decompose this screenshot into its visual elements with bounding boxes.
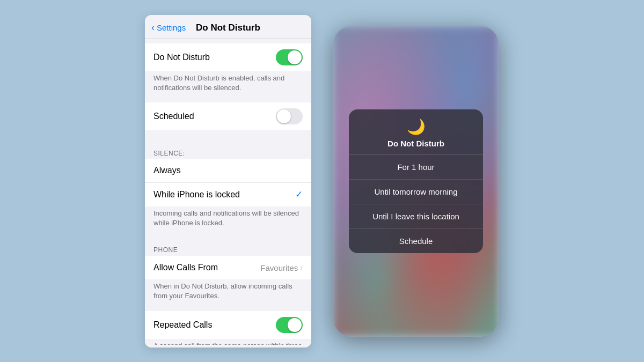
repeated-calls-label: Repeated Calls xyxy=(153,320,212,330)
nav-bar: ‹ Settings Do Not Disturb xyxy=(145,15,311,39)
spacer-2 xyxy=(145,98,311,102)
phone-header: PHONE xyxy=(145,238,311,256)
main-container: ‹ Settings Do Not Disturb Do Not Disturb… xyxy=(145,15,499,348)
allow-calls-value: Favourites xyxy=(260,263,298,272)
dnd-toggle-knob xyxy=(288,50,302,64)
phone-group: Allow Calls From Favourites › xyxy=(145,256,311,279)
iphone-container: 🌙 Do Not Disturb For 1 hour Until tomorr… xyxy=(333,26,499,337)
allow-calls-chevron: › xyxy=(300,263,303,272)
scheduled-group: Scheduled xyxy=(145,102,311,130)
spacer-3 xyxy=(145,130,311,141)
silence-description: Incoming calls and notifications will be… xyxy=(145,206,311,233)
dnd-label: Do Not Disturb xyxy=(153,53,210,62)
dnd-popup: 🌙 Do Not Disturb For 1 hour Until tomorr… xyxy=(349,109,483,253)
back-label: Settings xyxy=(157,23,186,32)
popup-item-1[interactable]: Until tomorrow morning xyxy=(349,180,483,204)
repeated-calls-knob xyxy=(288,318,302,332)
scheduled-toggle-row[interactable]: Scheduled xyxy=(145,102,311,130)
popup-item-0[interactable]: For 1 hour xyxy=(349,155,483,180)
silence-locked-label: While iPhone is locked xyxy=(153,190,240,200)
scheduled-toggle[interactable] xyxy=(276,108,303,124)
moon-icon: 🌙 xyxy=(407,118,426,136)
silence-always-label: Always xyxy=(153,166,181,175)
page-title: Do Not Disturb xyxy=(196,23,260,33)
silence-locked-check: ✓ xyxy=(295,189,303,200)
spacer-top xyxy=(145,39,311,43)
dnd-description: When Do Not Disturb is enabled, calls an… xyxy=(145,71,311,98)
spacer-4 xyxy=(145,233,311,238)
repeated-calls-toggle[interactable] xyxy=(276,317,303,333)
dnd-group: Do Not Disturb xyxy=(145,43,311,71)
silence-always-row[interactable]: Always xyxy=(145,159,311,183)
popup-item-3[interactable]: Schedule xyxy=(349,229,483,253)
repeated-calls-description: A second call from the same person withi… xyxy=(145,339,311,345)
popup-header: 🌙 Do Not Disturb xyxy=(349,109,483,155)
back-chevron-icon: ‹ xyxy=(151,22,155,33)
repeated-calls-group: Repeated Calls xyxy=(145,311,311,339)
dnd-toggle-row[interactable]: Do Not Disturb xyxy=(145,43,311,71)
dnd-toggle[interactable] xyxy=(276,49,303,65)
allow-calls-right: Favourites › xyxy=(260,263,303,272)
allow-calls-row[interactable]: Allow Calls From Favourites › xyxy=(145,256,311,279)
spacer-5 xyxy=(145,307,311,311)
silence-group: Always While iPhone is locked ✓ xyxy=(145,159,311,206)
repeated-calls-row[interactable]: Repeated Calls xyxy=(145,311,311,339)
settings-content: Do Not Disturb When Do Not Disturb is en… xyxy=(145,39,311,345)
scheduled-toggle-knob xyxy=(277,109,291,123)
popup-item-2[interactable]: Until I leave this location xyxy=(349,204,483,229)
silence-locked-row[interactable]: While iPhone is locked ✓ xyxy=(145,183,311,206)
popup-title: Do Not Disturb xyxy=(387,139,444,148)
allow-calls-description: When in Do Not Disturb, allow incoming c… xyxy=(145,279,311,306)
silence-header: SILENCE: xyxy=(145,141,311,159)
back-button[interactable]: ‹ Settings xyxy=(151,22,186,33)
scheduled-label: Scheduled xyxy=(153,112,194,121)
settings-panel: ‹ Settings Do Not Disturb Do Not Disturb… xyxy=(145,15,311,348)
allow-calls-label: Allow Calls From xyxy=(153,263,218,272)
